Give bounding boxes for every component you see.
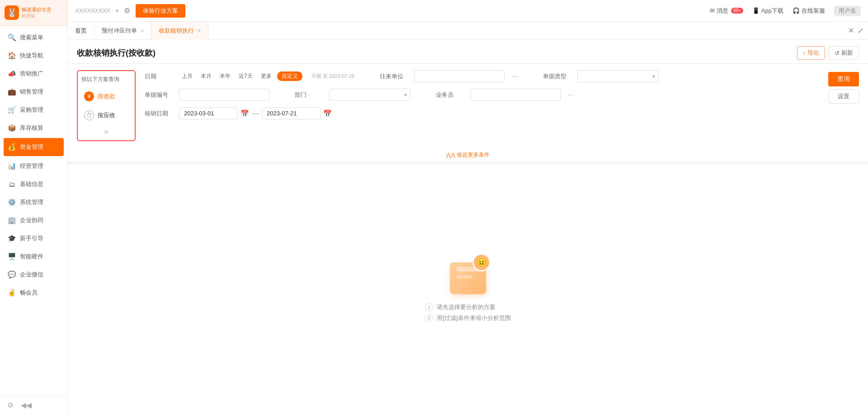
sidebar-item-enterprise[interactable]: 🏢 企业协同 [0, 211, 67, 229]
date-more[interactable]: 更多 [258, 71, 274, 81]
wechat-icon: 💬 [7, 270, 16, 279]
topbar-dropdown-icon[interactable]: ▾ [116, 8, 118, 14]
close-tab-icon[interactable]: ✕ [848, 26, 854, 35]
verify-date-start[interactable] [179, 107, 238, 119]
filter-row-1: 日期 上月 本月 本年 近7天 更多 自定义 不限 至 2023-07-26 往… [145, 70, 819, 82]
empty-illustration: 😐 [445, 253, 491, 294]
sidebar-item-purchase[interactable]: 🛒 采购管理 [0, 101, 67, 119]
sidebar-item-marketing[interactable]: 📣 营销推广 [0, 65, 67, 83]
operations-icon: 📊 [7, 162, 16, 171]
verify-date-start-calendar-icon[interactable]: 📅 [241, 109, 249, 118]
filter-row-3: 核销日期 📅 — 📅 [145, 107, 819, 119]
topbar-gear-icon[interactable]: ⚙ [124, 6, 130, 15]
tabs-actions: ✕ ⤢ [848, 26, 868, 35]
sidebar-item-label: 经营管理 [20, 162, 43, 170]
topbar-right: ✉ 消息 99+ 📱 App下载 🎧 在线客服 用户名 [710, 6, 861, 16]
message-button[interactable]: ✉ 消息 99+ [710, 7, 743, 15]
tab-prepay[interactable]: 预付冲应付单 × [94, 22, 151, 40]
sidebar-item-label: 搜索菜单 [20, 33, 43, 42]
sidebar-item-hardware[interactable]: 🖥️ 智能硬件 [0, 247, 67, 266]
sidebar-item-label: 基础信息 [20, 180, 43, 188]
date-this-year[interactable]: 本年 [217, 71, 233, 81]
expand-icon[interactable]: ⤢ [858, 26, 863, 35]
date-this-month[interactable]: 本月 [198, 71, 214, 81]
topbar: XXXXXXXXX ▾ ⚙ 体验行业方案 ✉ 消息 99+ 📱 App下载 🎧 … [68, 0, 868, 22]
counterparty-input[interactable] [414, 70, 505, 82]
empty-face: 😐 [472, 253, 491, 271]
collapse-sidebar-icon[interactable]: ◀◀ [21, 401, 32, 409]
settings-icon[interactable]: ⚙ [7, 401, 14, 409]
collapse-icon: ⋀⋀ [446, 152, 455, 158]
enterprise-icon: 🏢 [7, 216, 16, 225]
sidebar-item-system[interactable]: ⚙️ 系统管理 [0, 193, 67, 211]
setting-button[interactable]: 设置 [828, 89, 859, 104]
megaphone-icon: 📣 [7, 69, 16, 78]
online-service-button[interactable]: 🎧 在线客服 [793, 7, 825, 15]
message-label: 消息 [717, 7, 728, 15]
sidebar-item-finance[interactable]: 💰 资金管理 [4, 138, 64, 156]
filter-sidebar-title: 按以下方案查询 [81, 76, 131, 83]
page-title: 收款核销执行(按收款) [77, 48, 156, 58]
date-last-month[interactable]: 上月 [179, 71, 195, 81]
sidebar-item-operations[interactable]: 📊 经营管理 [0, 157, 67, 175]
date-range-text: 不限 至 2023-07-26 [311, 73, 354, 80]
tab-receipt-writeoff[interactable]: 收款核销执行 × [151, 22, 208, 40]
filter-option-by-receipt[interactable]: ¥ 按收款 [81, 88, 131, 105]
verify-date-group: 📅 — 📅 [179, 107, 332, 119]
sidebar-item-label: 资金管理 [20, 143, 43, 151]
date-custom[interactable]: 自定义 [277, 71, 302, 81]
counterparty-dots[interactable]: ··· [512, 72, 518, 81]
date-7days[interactable]: 近7天 [236, 71, 255, 81]
logo-icon: 🐰 [5, 5, 19, 20]
user-info[interactable]: 用户名 [834, 6, 861, 16]
verify-date-end-calendar-icon[interactable]: 📅 [323, 109, 332, 118]
export-button[interactable]: ↑ 导出 [797, 46, 826, 60]
employee-label: 业务员 [436, 91, 463, 99]
filter-option-by-receivable[interactable]: ⏱ 按应收 [81, 107, 131, 124]
docnum-input[interactable] [179, 89, 269, 101]
verify-date-end[interactable] [262, 107, 321, 119]
logo-sub: 标准版 [22, 13, 52, 19]
filter-sidebar-collapse[interactable]: » [81, 128, 131, 136]
sidebar-item-guide[interactable]: 🎓 新手引导 [0, 229, 67, 247]
sidebar-item-label: 企业协同 [20, 216, 43, 224]
tabs-bar: 首页 预付冲应付单 × 收款核销执行 × ✕ ⤢ [68, 22, 868, 40]
search-icon: 🔍 [7, 33, 16, 42]
collapse-more-button[interactable]: ⋀⋀ 收起更多条件 [446, 151, 490, 159]
query-buttons: 查询 设置 [828, 70, 859, 104]
date-label: 日期 [145, 72, 172, 81]
sidebar-item-inventory[interactable]: 📦 库存核算 [0, 119, 67, 137]
content-area: 收款核销执行(按收款) ↑ 导出 ↺ 刷新 按以下方案查询 ¥ 按收款 [68, 40, 868, 414]
promo-button[interactable]: 体验行业方案 [136, 4, 185, 18]
refresh-button[interactable]: ↺ 刷新 [829, 46, 859, 60]
doctype-select[interactable] [577, 70, 659, 82]
sidebar-item-quicknav[interactable]: 🏠 快捷导航 [0, 47, 67, 65]
sidebar-item-label: 快捷导航 [20, 52, 43, 60]
sidebar-item-search[interactable]: 🔍 搜索菜单 [0, 29, 67, 47]
filter-panel: 按以下方案查询 ¥ 按收款 ⏱ 按应收 » 日期 [68, 64, 868, 148]
employee-dots[interactable]: ··· [568, 91, 574, 99]
dept-select[interactable] [329, 89, 410, 101]
sidebar-item-basicinfo[interactable]: 🗂 基础信息 [0, 175, 67, 193]
sidebar-item-member[interactable]: ✌️ 畅会员 [0, 284, 67, 302]
guide-icon: 🎓 [7, 234, 16, 243]
sidebar-item-sales[interactable]: 💼 销售管理 [0, 83, 67, 101]
filter-form: 日期 上月 本月 本年 近7天 更多 自定义 不限 至 2023-07-26 往… [145, 70, 859, 141]
sidebar-item-wechat[interactable]: 💬 企业微信 [0, 266, 67, 284]
tab-prepay-close[interactable]: × [141, 28, 144, 34]
tab-home[interactable]: 首页 [68, 22, 94, 40]
sidebar: 🐰 畅捷通好生意 标准版 🔍 搜索菜单 🏠 快捷导航 📣 营销推广 💼 销售管理… [0, 0, 68, 414]
hardware-icon: 🖥️ [7, 252, 16, 261]
app-download-button[interactable]: 📱 App下载 [752, 7, 783, 15]
query-button[interactable]: 查询 [828, 72, 859, 86]
verify-date-label: 核销日期 [145, 109, 172, 118]
tab-receipt-writeoff-close[interactable]: × [198, 28, 201, 34]
doctype-label: 单据类型 [543, 72, 570, 81]
employee-input[interactable] [470, 89, 561, 101]
app-icon: 📱 [752, 7, 760, 14]
sales-icon: 💼 [7, 87, 16, 96]
dept-label: 部门 [295, 91, 322, 99]
filter-sidebar: 按以下方案查询 ¥ 按收款 ⏱ 按应收 » [77, 70, 136, 141]
content-header: 收款核销执行(按收款) ↑ 导出 ↺ 刷新 [68, 40, 868, 64]
counterparty-label: 往来单位 [380, 72, 407, 81]
